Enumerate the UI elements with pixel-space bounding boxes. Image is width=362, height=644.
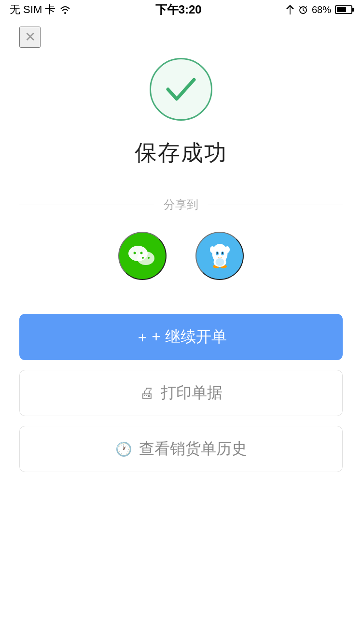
svg-point-10 — [216, 252, 218, 254]
no-sim-label: 无 SIM 卡 — [10, 2, 56, 17]
svg-point-18 — [215, 258, 224, 266]
wechat-share-button[interactable] — [118, 232, 167, 280]
svg-point-5 — [142, 257, 144, 259]
share-label: 分享到 — [164, 197, 198, 212]
battery-indicator — [335, 5, 352, 14]
continue-order-icon: ＋ — [135, 327, 150, 347]
history-button[interactable]: 🕐 查看销货单历史 — [19, 426, 343, 472]
checkmark-icon — [164, 75, 198, 104]
print-label: 打印单据 — [161, 382, 223, 404]
qq-icon — [207, 241, 233, 271]
history-icon: 🕐 — [115, 441, 132, 457]
status-left: 无 SIM 卡 — [10, 2, 71, 17]
svg-point-14 — [225, 246, 230, 253]
history-label: 查看销货单历史 — [139, 438, 247, 460]
svg-point-2 — [137, 252, 154, 265]
print-icon: 🖨 — [139, 385, 154, 401]
continue-order-button[interactable]: ＋ + 继续开单 — [19, 314, 343, 360]
status-right: 68% — [286, 4, 352, 15]
status-bar: 无 SIM 卡 下午3:20 68% — [0, 0, 362, 19]
svg-point-13 — [210, 246, 215, 253]
share-divider: 分享到 — [19, 197, 343, 212]
success-title: 保存成功 — [135, 138, 227, 168]
left-divider-line — [19, 205, 154, 205]
main-content: 保存成功 分享到 — [0, 19, 362, 644]
svg-point-4 — [140, 252, 143, 254]
print-button[interactable]: 🖨 打印单据 — [19, 370, 343, 416]
share-section: 分享到 — [19, 197, 343, 280]
alarm-icon — [298, 5, 308, 14]
status-time: 下午3:20 — [155, 2, 202, 17]
svg-point-6 — [148, 257, 150, 259]
qq-share-button[interactable] — [195, 232, 244, 280]
wifi-icon — [59, 5, 71, 14]
battery-pct: 68% — [312, 4, 331, 15]
action-buttons: ＋ + 继续开单 🖨 打印单据 🕐 查看销货单历史 — [19, 314, 343, 472]
svg-point-12 — [222, 252, 223, 254]
wechat-icon — [127, 243, 157, 269]
success-circle — [150, 58, 212, 121]
location-icon — [286, 5, 294, 14]
svg-point-3 — [134, 252, 136, 254]
share-icons-row — [118, 232, 244, 280]
right-divider-line — [208, 205, 343, 205]
continue-order-label: + 继续开单 — [152, 326, 227, 348]
